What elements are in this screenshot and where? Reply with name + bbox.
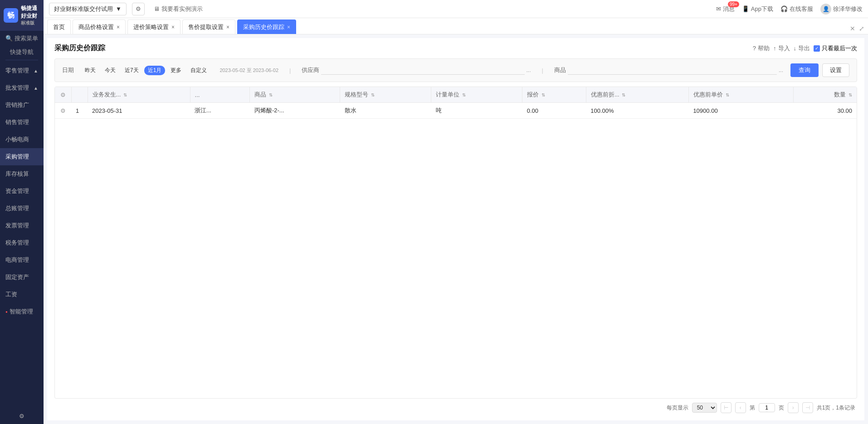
- goods-more-btn[interactable]: ...: [779, 67, 783, 73]
- sidebar-item-wholesale[interactable]: 批发管理 ▲: [0, 79, 44, 96]
- sort-icon-price: ⇅: [541, 92, 545, 97]
- supplier-input[interactable]: [321, 66, 524, 75]
- tab-history-price[interactable]: 采购历史价跟踪 ×: [237, 19, 296, 34]
- only-last-checkbox[interactable]: ✓: [814, 45, 820, 52]
- tab-home[interactable]: 首页: [47, 19, 71, 34]
- goods-field: 商品 ...: [554, 66, 783, 75]
- tab-sale-price[interactable]: 售价提取设置 ×: [182, 19, 235, 34]
- sidebar-item-marketing[interactable]: 营销推广: [0, 96, 44, 114]
- tab-close-all[interactable]: ✕: [850, 25, 855, 32]
- supplier-more-btn[interactable]: ...: [527, 67, 531, 73]
- date-btn-last1m[interactable]: 近1月: [144, 66, 166, 75]
- row-gear[interactable]: ⚙: [55, 103, 71, 119]
- gear-settings-btn[interactable]: ⚙: [132, 3, 145, 15]
- app-subtitle: 标准版: [21, 20, 40, 26]
- setting-btn[interactable]: 设置: [822, 63, 849, 77]
- date-label: 日期: [62, 66, 74, 74]
- tab-price[interactable]: 商品价格设置 ×: [73, 19, 126, 34]
- row-price: 0.00: [522, 103, 586, 119]
- avatar: 👤: [820, 4, 831, 14]
- page-suffix: 页: [779, 404, 784, 412]
- import-icon: ↑: [773, 45, 776, 52]
- import-btn[interactable]: ↑ 导入: [773, 44, 790, 53]
- total-info: 共1页，1条记录: [817, 404, 855, 412]
- th-goods[interactable]: 商品 ⇅: [250, 87, 340, 103]
- sidebar-item-inventory[interactable]: 库存核算: [0, 165, 44, 183]
- per-page-select[interactable]: 50 10 20 100: [692, 403, 717, 413]
- sidebar-item-fixed-assets[interactable]: 固定资产: [0, 269, 44, 286]
- sidebar-item-ecommerce[interactable]: 电商管理: [0, 251, 44, 269]
- export-btn[interactable]: ↓ 导出: [794, 44, 810, 53]
- tabbar: 首页 商品价格设置 × 进价策略设置 × 售价提取设置 × 采购历史价跟踪 × …: [44, 18, 868, 34]
- supplier-field: 供应商 ...: [302, 66, 531, 75]
- first-page-btn[interactable]: ⊢: [721, 402, 731, 413]
- sort-icon-spec: ⇅: [371, 92, 375, 97]
- page-title: 采购历史价跟踪: [54, 43, 105, 53]
- date-btn-more[interactable]: 更多: [167, 66, 185, 75]
- sidebar-item-salary[interactable]: 工资: [0, 286, 44, 303]
- app-name: 畅捷通好业财: [21, 5, 40, 20]
- sort-icon-discount: ⇅: [622, 92, 625, 97]
- date-buttons: 昨天 今天 近7天 近1月 更多 自定义: [81, 66, 210, 75]
- th-more-cols[interactable]: ...: [190, 87, 250, 103]
- user-menu[interactable]: 👤 徐泽华修改: [820, 4, 863, 14]
- sidebar-quick-nav[interactable]: 快捷导航: [0, 46, 44, 58]
- date-btn-last7[interactable]: 近7天: [121, 66, 142, 75]
- sidebar-item-finance[interactable]: 资金管理: [0, 183, 44, 200]
- th-quantity[interactable]: 数量 ⇅: [793, 87, 857, 103]
- th-pre-discount-price[interactable]: 优惠前单价 ⇅: [688, 87, 793, 103]
- message-btn[interactable]: ✉ 消息 99+: [716, 5, 735, 13]
- tab-sale-price-close[interactable]: ×: [226, 24, 229, 30]
- next-page-btn[interactable]: ›: [788, 402, 799, 413]
- help-icon: ?: [753, 45, 756, 52]
- page-input[interactable]: [759, 403, 775, 412]
- th-date[interactable]: 业务发生... ⇅: [88, 87, 190, 103]
- th-gear[interactable]: ⚙: [55, 87, 71, 103]
- tab-purchase-strategy-close[interactable]: ×: [171, 24, 175, 30]
- sidebar-search[interactable]: 🔍 搜索菜单: [0, 31, 44, 46]
- date-btn-today[interactable]: 今天: [101, 66, 119, 75]
- row-supplier: 浙江...: [190, 103, 250, 119]
- th-price[interactable]: 报价 ⇅: [522, 87, 586, 103]
- row-goods: 丙烯酸-2-...: [250, 103, 340, 119]
- sidebar-settings-btn[interactable]: ⚙: [0, 408, 44, 424]
- date-btn-custom[interactable]: 自定义: [187, 66, 210, 75]
- sidebar-item-smart[interactable]: ● 智能管理: [0, 303, 44, 320]
- sort-icon-unit: ⇅: [462, 92, 466, 97]
- divider: [5, 60, 38, 60]
- mobile-icon: 📱: [742, 5, 749, 12]
- sidebar-item-invoice[interactable]: 发票管理: [0, 217, 44, 234]
- sidebar-item-tax[interactable]: 税务管理: [0, 234, 44, 251]
- help-btn[interactable]: ? 帮助: [753, 44, 770, 53]
- tab-price-close[interactable]: ×: [117, 24, 120, 30]
- sidebar-item-ecommerce-small[interactable]: 小畅电商: [0, 131, 44, 148]
- th-discount[interactable]: 优惠前折... ⇅: [586, 87, 688, 103]
- demo-link[interactable]: 🖥 我要看实例演示: [154, 5, 203, 13]
- online-service-btn[interactable]: 🎧 在线客服: [780, 5, 813, 13]
- goods-input[interactable]: [568, 66, 777, 75]
- sidebar: 畅 畅捷通好业财 标准版 🔍 搜索菜单 快捷导航 零售管理 ▲ 批发管理 ▲ 营…: [0, 0, 44, 424]
- sidebar-item-purchase[interactable]: 采购管理: [0, 148, 44, 165]
- topbar: 好业财标准版交付试用 ▼ ⚙ 🖥 我要看实例演示 ✉ 消息 99+ 📱 App下…: [44, 0, 868, 18]
- only-last-checkbox-wrapper[interactable]: ✓ 只看最后一次: [814, 44, 857, 53]
- th-spec[interactable]: 规格型号 ⇅: [340, 87, 431, 103]
- sidebar-item-general-ledger[interactable]: 总账管理: [0, 200, 44, 217]
- row-quantity: 30.00: [793, 103, 857, 119]
- sidebar-item-sales[interactable]: 销售管理: [0, 114, 44, 131]
- app-download-btn[interactable]: 📱 App下载: [742, 5, 773, 13]
- tab-expand[interactable]: ⤢: [859, 25, 864, 32]
- product-selector-label: 好业财标准版交付试用: [54, 5, 113, 13]
- last-page-btn[interactable]: ⊣: [802, 402, 813, 413]
- supplier-label: 供应商: [302, 66, 319, 74]
- page-label: 第: [750, 404, 755, 412]
- sort-icon-date: ⇅: [123, 92, 127, 97]
- prev-page-btn[interactable]: ‹: [735, 402, 746, 413]
- tab-purchase-strategy[interactable]: 进价策略设置 ×: [127, 19, 180, 34]
- date-btn-yesterday[interactable]: 昨天: [81, 66, 99, 75]
- pagination: 每页显示 50 10 20 100 ⊢ ‹ 第 页 › ⊣ 共1页，1条记录: [54, 399, 857, 415]
- query-btn[interactable]: 查询: [790, 63, 819, 77]
- tab-history-price-close[interactable]: ×: [287, 24, 290, 30]
- product-selector[interactable]: 好业财标准版交付试用 ▼: [49, 3, 127, 15]
- sidebar-item-retail[interactable]: 零售管理 ▲: [0, 62, 44, 79]
- th-unit[interactable]: 计量单位 ⇅: [431, 87, 522, 103]
